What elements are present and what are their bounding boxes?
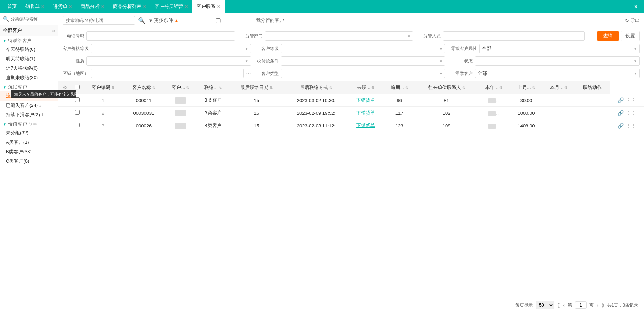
value-group-edit[interactable]: ✏ bbox=[33, 122, 37, 127]
sort-contact-icon[interactable]: ⇅ bbox=[219, 86, 222, 90]
filter-customer-type-select[interactable]: ▼ bbox=[281, 69, 446, 78]
close-purchase-tab[interactable]: ✕ bbox=[69, 4, 72, 9]
filter-row-4: 区域（地区） ··· 客户类型 ▼ 零散客户 全部 ▼ bbox=[63, 69, 640, 78]
action-link-icon[interactable]: 🔗 bbox=[617, 110, 624, 116]
filter-region-input[interactable] bbox=[91, 69, 244, 78]
close-customer-layer-tab[interactable]: ✕ bbox=[185, 4, 188, 9]
select-all-checkbox[interactable] bbox=[75, 85, 80, 89]
sort-type-icon[interactable]: ⇅ bbox=[186, 86, 189, 90]
sort-thisyear-icon[interactable]: ⇅ bbox=[499, 86, 502, 90]
query-button[interactable]: 查询 bbox=[597, 31, 619, 41]
export-button[interactable]: ↻ 导出 bbox=[625, 17, 640, 24]
region-dots-icon[interactable]: ··· bbox=[246, 70, 251, 77]
action-link-icon[interactable]: 🔗 bbox=[617, 97, 624, 103]
sort-overdue-icon[interactable]: ⇅ bbox=[405, 86, 408, 90]
sidebar-group-value[interactable]: ▼ 价值客户 ↻ ✏ bbox=[0, 119, 58, 128]
nature-arrow-icon: ▼ bbox=[245, 59, 249, 63]
sidebar-item-churned[interactable]: 已流失客户(24) ℹ bbox=[0, 101, 58, 110]
sidebar-item-tomorrow[interactable]: 明天待联络(1) bbox=[0, 54, 58, 64]
filter-button[interactable]: ▼ 更多条件 ▲ bbox=[148, 17, 179, 24]
manager-dots-icon[interactable]: ··· bbox=[587, 33, 592, 39]
row-last-method[interactable]: 下销货单 bbox=[348, 107, 383, 119]
row-code: 000011 bbox=[123, 94, 164, 107]
sort-lastmonth-icon[interactable]: ⇅ bbox=[532, 86, 535, 90]
sort-contactperson-icon[interactable]: ⇅ bbox=[462, 86, 465, 90]
close-sales-tab[interactable]: ✕ bbox=[41, 4, 44, 9]
filter-manager-input[interactable] bbox=[443, 31, 584, 41]
nav-tab-customer-layer[interactable]: 客户分层经营 ✕ bbox=[150, 0, 192, 13]
per-page-select[interactable]: 50 20 100 200 bbox=[536, 301, 554, 309]
row-last-method[interactable]: 下销货单 bbox=[348, 119, 383, 132]
sidebar-item-c-class[interactable]: C类客户(6) bbox=[0, 157, 58, 166]
nav-tab-customer-contact[interactable]: 客户联系 ✕ bbox=[192, 0, 225, 13]
sidebar-item-overdue[interactable]: 逾期未联络(30) bbox=[0, 73, 58, 82]
close-analysis-list-tab[interactable]: ✕ bbox=[143, 4, 146, 9]
search-button[interactable]: 🔍 bbox=[138, 17, 145, 24]
filter-zero-attr: 零散客户属性 全部 ▼ bbox=[451, 44, 640, 53]
sort-lastdate-icon[interactable]: ⇅ bbox=[270, 86, 273, 90]
filter-phone: 电话号码 bbox=[63, 31, 235, 41]
filter-nature-select[interactable]: ▼ bbox=[86, 56, 251, 66]
sidebar-item-today[interactable]: 今天待联络(0) bbox=[0, 45, 58, 54]
nav-tab-analysis-list[interactable]: 商品分析列表 ✕ bbox=[109, 0, 150, 13]
row-name: ██ bbox=[164, 119, 197, 132]
gear-icon[interactable]: ⚙ bbox=[63, 85, 67, 90]
setting-button[interactable]: 设置 bbox=[621, 31, 640, 41]
nav-tab-sales[interactable]: 销售单 ✕ bbox=[21, 0, 49, 13]
last-page-btn[interactable]: ⟫ bbox=[601, 302, 604, 308]
filter-payment-select[interactable]: ▼ bbox=[281, 56, 446, 66]
sidebar-search-input[interactable] bbox=[11, 16, 58, 21]
filter-customer-grade-select[interactable]: ▼ bbox=[281, 44, 446, 53]
sort-lastmethod-icon[interactable]: ⇅ bbox=[329, 86, 332, 90]
row-checkbox[interactable] bbox=[72, 119, 82, 132]
row-last-date: 2023-02-09 19:52: bbox=[284, 107, 348, 119]
row-last-date: 2023-02-03 11:12: bbox=[284, 119, 348, 132]
sidebar-item-7days[interactable]: 近7天待联络(0) bbox=[0, 64, 58, 73]
filter-zero-customer-select[interactable]: 全部 ▼ bbox=[475, 69, 640, 78]
sidebar-search-area: 🔍 bbox=[0, 13, 58, 25]
value-group-refresh[interactable]: ↻ bbox=[28, 122, 32, 127]
action-more-icon[interactable]: ⋮⋮ bbox=[626, 123, 636, 129]
action-more-icon[interactable]: ⋮⋮ bbox=[626, 110, 636, 116]
sidebar-group-pending[interactable]: ▼ 待联络客户 bbox=[0, 36, 58, 45]
filter-status-select[interactable]: ▼ bbox=[475, 56, 640, 66]
search-input[interactable] bbox=[63, 16, 135, 25]
sort-name-icon[interactable]: ⇅ bbox=[152, 86, 155, 90]
all-customers-label: 全部客户 bbox=[3, 27, 22, 34]
my-customers-checkbox[interactable]: 我分管的客户 bbox=[182, 17, 284, 24]
first-page-btn[interactable]: ⟪ bbox=[557, 302, 560, 308]
dormant-tooltip: 90天未交易的客户，可能有流失风险。 bbox=[11, 90, 58, 98]
filter-zero-attr-select[interactable]: 全部 ▼ bbox=[479, 44, 640, 53]
window-close-button[interactable]: ✕ bbox=[631, 3, 641, 10]
action-more-icon[interactable]: ⋮⋮ bbox=[626, 97, 636, 103]
sidebar-item-a-class[interactable]: A类客户(1) bbox=[0, 138, 58, 147]
nav-tab-purchase[interactable]: 进货单 ✕ bbox=[49, 0, 76, 13]
sidebar-header: 全部客户 « bbox=[0, 25, 58, 36]
sidebar-item-b-class[interactable]: B类客户(33) bbox=[0, 147, 58, 157]
my-customers-check[interactable] bbox=[182, 18, 254, 23]
action-link-icon[interactable]: 🔗 bbox=[617, 123, 624, 129]
sidebar-item-declining[interactable]: 持续下滑客户(2) ℹ bbox=[0, 110, 58, 119]
filter-price-grade-select[interactable]: ▼ bbox=[91, 44, 251, 53]
sort-code-icon[interactable]: ⇅ bbox=[112, 86, 114, 90]
close-analysis-tab[interactable]: ✕ bbox=[101, 4, 104, 9]
prev-page-btn[interactable]: ‹ bbox=[563, 302, 565, 308]
sort-nocontact-icon[interactable]: ⇅ bbox=[371, 86, 374, 90]
row-code: 00030031 bbox=[123, 107, 164, 119]
sort-thismonth-icon[interactable]: ⇅ bbox=[564, 86, 567, 90]
filter-dept-select[interactable]: ▼ bbox=[265, 31, 414, 41]
next-page-btn[interactable]: › bbox=[597, 302, 599, 308]
row-last-method[interactable]: 下销货单 bbox=[348, 94, 383, 107]
page-number-input[interactable] bbox=[575, 301, 587, 309]
nav-home[interactable]: 首页 bbox=[3, 0, 21, 13]
row-this-year: 1408.00 bbox=[510, 119, 542, 132]
row-type: B类客户 bbox=[197, 107, 229, 119]
sidebar-item-ungroup[interactable]: 未分组(32) bbox=[0, 128, 58, 138]
col-last-method: 最后联络方式⇅ bbox=[284, 81, 348, 94]
table-footer: 每页显示 50 20 100 200 ⟪ ‹ 第 页 › ⟫ 共1页，3条记录 bbox=[58, 298, 644, 312]
nav-tab-analysis[interactable]: 商品分析 ✕ bbox=[76, 0, 109, 13]
filter-phone-input[interactable] bbox=[86, 31, 235, 41]
row-checkbox[interactable] bbox=[72, 107, 82, 119]
close-customer-contact-tab[interactable]: ✕ bbox=[217, 4, 220, 9]
sidebar-collapse-btn[interactable]: « bbox=[52, 28, 55, 33]
